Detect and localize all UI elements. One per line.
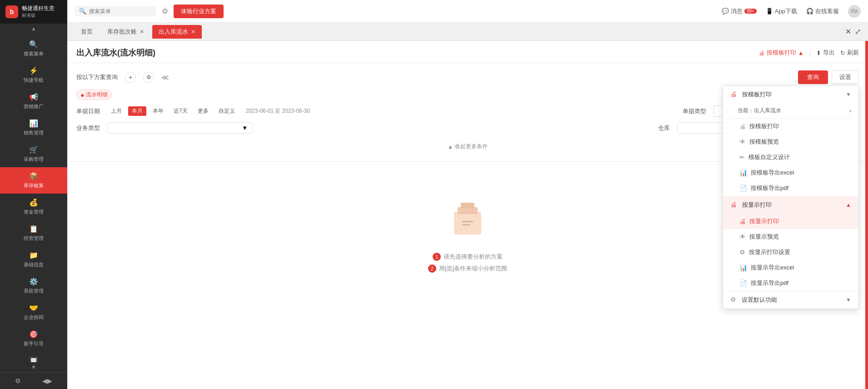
topbar-gear-icon[interactable]: ⚙ xyxy=(162,7,168,15)
dp-template-custom-item[interactable]: ✏ 模板自定义设计 xyxy=(723,150,858,165)
message-action[interactable]: 💬 消息 99+ xyxy=(722,7,757,15)
dp-template-preview-label: 按模板预览 xyxy=(749,138,779,146)
date-shortcut-上月[interactable]: 上月 xyxy=(107,106,125,116)
dp-custom-icon: ✏ xyxy=(739,154,745,161)
search-box[interactable]: 🔍 xyxy=(75,6,156,16)
tab-0[interactable]: 首页 xyxy=(75,25,99,39)
query-button[interactable]: 查询 xyxy=(798,70,828,84)
dp-section2-label: 按显示打印 xyxy=(742,201,772,208)
svg-point-3 xyxy=(462,218,473,229)
sidebar-label-8: 基础信息 xyxy=(24,261,44,268)
svg-rect-4 xyxy=(462,221,473,222)
sidebar-label-10: 企业协同 xyxy=(24,314,44,321)
filter-add-button[interactable]: + xyxy=(125,72,136,83)
sidebar-item-6[interactable]: 💰 资金管理 xyxy=(0,194,67,220)
filter-setting-button[interactable]: ⚙ xyxy=(143,72,154,83)
dp-preview-icon: 👁 xyxy=(739,138,746,145)
sidebar-label-11: 新手引导 xyxy=(24,340,44,347)
dp-display-pdf-item[interactable]: 📄 按显示导出pdf xyxy=(723,275,858,291)
tab-close-1[interactable]: ✕ xyxy=(140,29,144,35)
filter-action-buttons: 查询 设置 xyxy=(798,70,859,84)
sidebar-item-0[interactable]: 🔍 搜索菜单 xyxy=(0,35,67,62)
dp-section1-header[interactable]: 🖨 按模板打印 ▼ xyxy=(723,86,858,103)
sidebar-item-2[interactable]: 📢 营销推广 xyxy=(0,88,67,115)
search-input[interactable] xyxy=(89,8,144,15)
sidebar-item-7[interactable]: 📋 经营管理 xyxy=(0,220,67,246)
collapse-icon: ▲ xyxy=(448,144,453,150)
message-badge: 99+ xyxy=(744,9,757,14)
sidebar-scroll-up[interactable]: ▲ xyxy=(0,24,67,34)
svg-rect-2 xyxy=(461,203,474,208)
date-shortcut-更多[interactable]: 更多 xyxy=(194,106,212,116)
sidebar-item-11[interactable]: 🎯 新手引导 xyxy=(0,325,67,352)
customer-service-action[interactable]: 🎧 在线客服 xyxy=(806,7,839,15)
industry-button[interactable]: 体验行业方案 xyxy=(174,5,224,18)
refresh-button[interactable]: ↻ 刷新 xyxy=(840,49,859,57)
sidebar-item-1[interactable]: ⚡ 快捷导航 xyxy=(0,62,67,88)
sidebar-settings-icon[interactable]: ⚙ xyxy=(15,377,21,384)
empty-hint-2: 2 用[选]条件来缩小分析范围 xyxy=(428,264,507,273)
sidebar-item-5[interactable]: 📦 库存核算 xyxy=(0,167,67,194)
logo-icon: b xyxy=(5,5,18,18)
resize-handle[interactable] xyxy=(865,41,868,389)
date-shortcut-自定义[interactable]: 自定义 xyxy=(215,106,239,116)
sidebar-label-0: 搜索菜单 xyxy=(24,50,44,57)
biz-type-select[interactable]: ▼ xyxy=(107,122,253,134)
dp-section1-label: 按模板打印 xyxy=(742,91,772,98)
filter-row-1: 按以下方案查询 + ⚙ ≪ 查询 设置 xyxy=(76,70,859,84)
dp-display-print-icon: 🖨 xyxy=(739,218,746,225)
tab-1[interactable]: 库存批次账✕ xyxy=(101,25,150,39)
refresh-icon: ↻ xyxy=(840,50,845,56)
dp-template-pdf-item[interactable]: 📄 按模板导出pdf xyxy=(723,180,858,196)
date-shortcut-近7天[interactable]: 近7天 xyxy=(170,106,191,116)
sidebar-item-10[interactable]: 🤝 企业协同 xyxy=(0,299,67,325)
tab-close-all-icon[interactable]: ✕ xyxy=(845,27,851,36)
date-range: 2023-06-01 至 2023-06-30 xyxy=(246,107,310,115)
dp-template-print-item[interactable]: 🖨 按模板打印 xyxy=(723,119,858,134)
export-button[interactable]: ⬆ 导出 xyxy=(816,49,835,57)
filter-collapse-button[interactable]: ≪ xyxy=(161,73,169,82)
sidebar-item-4[interactable]: 🛒 采购管理 xyxy=(0,141,67,167)
printer-icon: 🖨 xyxy=(759,50,765,56)
sidebar-label-6: 资金管理 xyxy=(24,209,44,215)
tab-maximize-icon[interactable]: ⤢ xyxy=(855,27,861,36)
dp-section2-header[interactable]: 🖨 按显示打印 ▲ xyxy=(723,196,858,214)
hint2-text: 用[选]条件来缩小分析范围 xyxy=(439,264,507,273)
dp-display-print-item[interactable]: 🖨 按显示打印 xyxy=(723,214,858,229)
dp-footer-label: 设置默认功能 xyxy=(742,296,777,303)
dp-template-preview-item[interactable]: 👁 按模板预览 xyxy=(723,134,858,150)
date-shortcut-本月[interactable]: 本月 xyxy=(128,106,146,116)
sidebar-item-3[interactable]: 📊 销售管理 xyxy=(0,115,67,141)
dp-display-pdf-icon: 📄 xyxy=(739,279,747,287)
sidebar-item-9[interactable]: ⚙️ 系统管理 xyxy=(0,273,67,299)
dp-footer[interactable]: ⚙ 设置默认功能 ▼ xyxy=(723,291,858,309)
sidebar-item-12[interactable]: 🔲 应用中心 xyxy=(0,352,67,362)
sidebar-icon-2: 📢 xyxy=(29,93,38,101)
dp-display-settings-label: 按显示打印设置 xyxy=(749,248,790,256)
sidebar-scroll-down[interactable]: ▼ xyxy=(0,362,67,372)
message-icon: 💬 xyxy=(722,8,729,15)
dp-template-excel-item[interactable]: 📊 按模板导出excel xyxy=(723,165,858,180)
dp-display-settings-item[interactable]: ⚙ 按显示打印设置 xyxy=(723,244,858,260)
dropdown-arrow-icon: ▲ xyxy=(798,50,804,56)
date-shortcut-本年[interactable]: 本年 xyxy=(149,106,167,116)
dp-template-pdf-label: 按模板导出pdf xyxy=(751,184,788,192)
sidebar-icon-11: 🎯 xyxy=(29,330,38,339)
dp-print-icon: 🖨 xyxy=(739,123,746,130)
tab-close-2[interactable]: ✕ xyxy=(191,29,195,35)
app-badge: 标准版 xyxy=(22,12,55,19)
app-download-action[interactable]: 📱 App下载 xyxy=(766,7,797,15)
search-icon: 🔍 xyxy=(79,8,86,15)
filter-search-label: 按以下方案查询 xyxy=(76,73,118,81)
dp-display-preview-item[interactable]: 👁 按显示预览 xyxy=(723,229,858,244)
app-name: 畅捷通好生意 xyxy=(22,5,55,12)
dp-current-item: 当前：出入库流水 › xyxy=(723,103,858,118)
dp-display-excel-item[interactable]: 📊 按显示导出excel xyxy=(723,260,858,275)
sidebar-collapse-icon[interactable]: ◀▶ xyxy=(42,377,52,384)
tab-2[interactable]: 出入库流水✕ xyxy=(152,25,202,39)
sidebar-item-8[interactable]: 📁 基础信息 xyxy=(0,246,67,273)
template-print-button[interactable]: 🖨 按模板打印 ▲ xyxy=(759,49,804,57)
settings-button[interactable]: 设置 xyxy=(832,70,859,84)
sidebar-icon-6: 💰 xyxy=(29,198,38,207)
user-avatar[interactable]: Rit xyxy=(848,5,861,18)
